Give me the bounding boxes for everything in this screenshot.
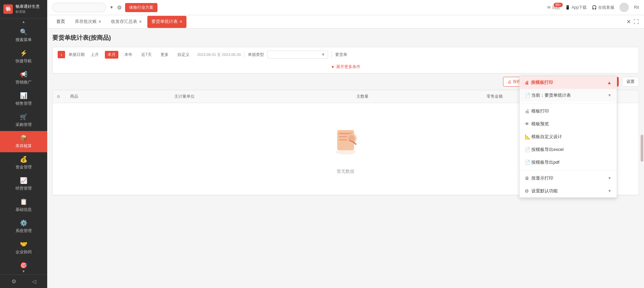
sidebar-scroll-down[interactable]: ▼ — [0, 268, 47, 275]
type-select-arrow: ▼ — [321, 52, 325, 57]
menu-item-display-print[interactable]: 🖥 按显示打印 ▼ — [520, 172, 617, 185]
purchase-label: 采购管理 — [16, 122, 32, 128]
sidebar-item-finance[interactable]: 💰 资金管理 — [0, 152, 47, 173]
empty-illustration — [329, 123, 362, 157]
topbar-right: ✉ 消息 99+ 📱 App下载 🎧 在线客服 Rit — [547, 3, 639, 12]
logo-icon: 畅 — [3, 4, 13, 14]
sidebar-item-basic[interactable]: 📋 基础信息 — [0, 195, 47, 216]
sidebar-item-inventory[interactable]: 📦 库存核算 — [0, 131, 47, 152]
right-scrollbar — [641, 135, 643, 162]
current-template-label: 当前：要货单统计表 — [531, 92, 571, 98]
sidebar-scroll-up[interactable]: ▲ — [0, 19, 47, 25]
menu-item-template-preview[interactable]: 👁 模板预览 — [520, 118, 617, 130]
set-default-arrow: ▼ — [608, 189, 612, 193]
table-header-unit: 主计量单位 — [170, 90, 352, 103]
shortcuts-label: 快捷导航 — [16, 58, 32, 64]
settings-btn[interactable]: 设置 — [622, 77, 639, 87]
display-print-icon: 🖥 — [525, 175, 529, 181]
search-input[interactable] — [52, 3, 106, 12]
print-menu-title-label: 按模板打印 — [531, 79, 553, 86]
avatar[interactable] — [619, 3, 629, 12]
tab-receipt-summary-close[interactable]: × — [139, 19, 142, 24]
tab-order-stats-close[interactable]: × — [179, 19, 182, 24]
tab-home[interactable]: 首页 — [52, 16, 69, 28]
table-header-quantity: 主数量 — [352, 90, 482, 103]
finance-label: 资金管理 — [16, 164, 32, 170]
empty-icon — [329, 123, 362, 163]
sidebar: 畅 畅康通好生意 标准版 ▲ 🔍 搜索菜单 ⚡ 快捷导航 📢 营销推广 📊 销售… — [0, 0, 47, 288]
tab-close-all-btn[interactable]: ✕ — [626, 19, 631, 25]
column-settings-icon[interactable]: ⚙ — [57, 94, 60, 99]
tab-receipt-summary[interactable]: 收发存汇总表 × — [107, 16, 146, 28]
app-download-btn[interactable]: 📱 App下载 — [565, 5, 587, 10]
collab-label: 企业协同 — [16, 249, 32, 255]
menu-item-template-excel[interactable]: 📄 按模板导出excel — [520, 143, 617, 156]
tab-inventory-batch-close[interactable]: × — [98, 19, 101, 24]
print-dropdown-header: 🖨 按模板打印 ▲ — [520, 76, 617, 89]
print-dropdown-title: 🖨 按模板打印 — [525, 79, 553, 86]
tabs-right-controls: ✕ ⛶ — [626, 19, 639, 25]
sidebar-item-system[interactable]: ⚙️ 系统管理 — [0, 216, 47, 237]
print-current-template[interactable]: 📄 当前：要货单统计表 ▼ — [520, 89, 617, 102]
app-name: 畅康通好生意 — [16, 4, 40, 9]
filter-separator-2 — [331, 51, 332, 58]
tab-maximize-btn[interactable]: ⛶ — [634, 19, 639, 25]
message-btn[interactable]: ✉ 消息 99+ — [547, 5, 560, 10]
expand-conditions-btn[interactable]: ▼ 展开更多条件 — [331, 64, 360, 70]
app-label: App下载 — [572, 5, 587, 10]
menu-item-set-default[interactable]: ⚙ 设置默认功能 ▼ — [520, 185, 617, 197]
sidebar-item-collab[interactable]: 🤝 企业协同 — [0, 237, 47, 258]
sidebar-item-marketing[interactable]: 📢 营销推广 — [0, 67, 47, 89]
date-btn-custom[interactable]: 自定义 — [175, 51, 192, 59]
menu-item-template-pdf[interactable]: 📄 按模板导出pdf — [520, 156, 617, 169]
sidebar-item-operations[interactable]: 📈 经营管理 — [0, 173, 47, 195]
shortcuts-icon: ⚡ — [20, 50, 27, 57]
display-print-arrow: ▼ — [608, 176, 612, 181]
menu-divider-2 — [520, 170, 617, 170]
sidebar-item-purchase[interactable]: 🛒 采购管理 — [0, 110, 47, 131]
print-dropdown-close-btn[interactable]: ▲ — [607, 80, 612, 85]
basic-icon: 📋 — [20, 198, 27, 205]
settings-icon[interactable]: ⚙ — [11, 278, 16, 285]
collab-icon: 🤝 — [20, 241, 27, 248]
menu-item-template-print[interactable]: 🖨 模板打印 — [520, 105, 617, 118]
service-btn[interactable]: 🎧 在线客服 — [592, 5, 614, 10]
main-area: ▼ ⚙ 体验行业方案 ✉ 消息 99+ 📱 App下载 🎧 在线客服 Rit 首… — [47, 0, 644, 288]
date-btn-cur-year[interactable]: 本年 — [122, 51, 135, 59]
sidebar-item-guide[interactable]: 🎯 新手引导 — [0, 258, 47, 268]
tab-order-stats[interactable]: 要货单统计表 × — [147, 16, 186, 28]
date-btn-7days[interactable]: 近7天 — [139, 51, 154, 59]
date-btn-cur-month[interactable]: 本月 — [105, 51, 118, 59]
gear-icon[interactable]: ⚙ — [117, 4, 122, 11]
tab-order-stats-label: 要货单统计表 — [151, 19, 178, 25]
sidebar-item-search[interactable]: 🔍 搜索菜单 — [0, 25, 47, 46]
menu-item-template-design[interactable]: 📐 模板自定义设计 — [520, 130, 617, 143]
sidebar-item-shortcuts[interactable]: ⚡ 快捷导航 — [0, 46, 47, 67]
tab-bar: 首页 库存批次账 × 收发存汇总表 × 要货单统计表 × ✕ ⛶ — [47, 15, 644, 29]
audio-icon[interactable]: ◁ — [32, 278, 36, 285]
sales-icon: 📊 — [20, 92, 27, 99]
type-select[interactable]: ▼ — [267, 51, 328, 59]
tab-inventory-batch[interactable]: 库存批次账 × — [71, 16, 105, 28]
operations-icon: 📈 — [20, 177, 27, 184]
menu-divider-1 — [520, 103, 617, 103]
topbar: ▼ ⚙ 体验行业方案 ✉ 消息 99+ 📱 App下载 🎧 在线客服 Rit — [47, 0, 644, 15]
filter-toggle-btn[interactable]: › — [58, 51, 65, 58]
current-template-arrow: ▼ — [608, 93, 612, 98]
tab-receipt-summary-label: 收发存汇总表 — [111, 19, 137, 25]
sidebar-bottom: ⚙ ◁ — [0, 275, 47, 288]
order-type-label: 要货单 — [335, 52, 347, 58]
expand-icon: ▼ — [331, 65, 335, 69]
date-btn-prev-month[interactable]: 上月 — [88, 51, 101, 59]
date-btn-more[interactable]: 更多 — [158, 51, 171, 59]
demo-btn[interactable]: 体验行业方案 — [125, 3, 157, 12]
filter-bar: › 单据日期 上月 本月 本年 近7天 更多 自定义 2023-06-01 至 … — [52, 47, 639, 73]
search-label: 搜索菜单 — [16, 37, 32, 43]
basic-label: 基础信息 — [16, 207, 32, 213]
inventory-icon: 📦 — [20, 134, 27, 142]
search-dropdown-btn[interactable]: ▼ — [110, 5, 114, 10]
app-logo: 畅 畅康通好生意 标准版 — [0, 0, 47, 19]
filter-separator — [244, 51, 244, 58]
sales-label: 销售管理 — [16, 101, 32, 106]
sidebar-item-sales[interactable]: 📊 销售管理 — [0, 89, 47, 110]
